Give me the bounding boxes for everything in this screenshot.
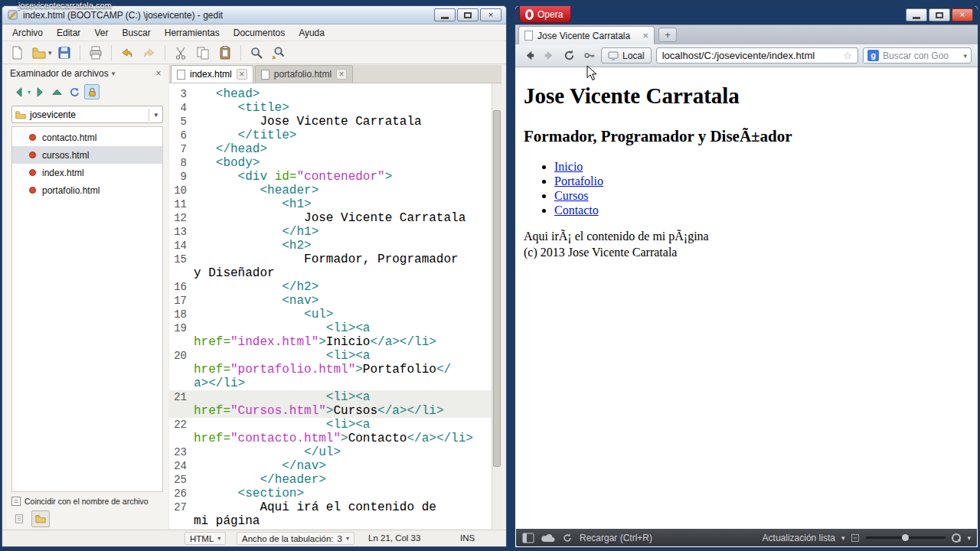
minimize-button[interactable] [906,8,927,21]
tab-close-icon[interactable]: × [237,69,247,80]
paste-button[interactable] [215,43,235,63]
close-button[interactable]: × [480,8,501,21]
save-button[interactable] [54,43,74,63]
back-dropdown-icon[interactable]: ▾ [28,89,31,96]
copy-button[interactable] [193,43,213,63]
update-dropdown-icon[interactable]: ▾ [841,534,845,542]
lock-root-button[interactable] [84,84,100,99]
zoom-magnifier-icon[interactable] [952,533,961,543]
gedit-menubar: ArchivoEditarVerBuscarHerramientasDocume… [2,24,506,41]
minimize-button[interactable] [434,8,456,21]
print-button[interactable] [86,43,106,63]
line-number [169,377,194,390]
editor-scrollbar[interactable] [492,83,501,529]
panel-close-icon[interactable]: × [152,68,165,79]
code-line: href="portafolio.html">Portafolio</ [169,363,492,377]
line-number: 9 [169,170,194,184]
zoom-dropdown-icon[interactable]: ▾ [967,534,971,542]
page-link[interactable]: Portafolio [554,174,603,187]
cut-button[interactable] [171,43,191,63]
page-link[interactable]: Inicio [554,160,583,173]
open-dropdown-icon[interactable]: ▾ [48,49,52,57]
file-browser-pane-tab[interactable] [31,510,50,527]
menu-buscar[interactable]: Buscar [115,25,157,41]
open-button[interactable] [29,43,49,63]
maximize-button[interactable] [457,8,479,21]
reload-status-icon[interactable] [562,533,573,543]
turbo-cloud-icon[interactable] [541,533,555,543]
forward-button[interactable] [541,48,557,64]
menu-archivo[interactable]: Archivo [5,25,50,41]
editor-tab[interactable]: index.html× [171,65,253,83]
location-dropdown-icon[interactable]: ▾ [149,109,159,121]
code-text: <title> [194,101,289,115]
page-link[interactable]: Cursos [554,189,588,202]
code-text: Jose Vicente Carratala [194,211,466,225]
page-heading: Jose Vicente Carratala [524,83,969,109]
menu-editar[interactable]: Editar [50,25,87,41]
line-number: 24 [169,459,194,473]
back-button[interactable] [521,48,537,64]
tab-width-label: Ancho de la tabulación: [242,534,334,543]
location-combobox[interactable]: josevicente ▾ [11,106,163,123]
menu-herramientas[interactable]: Herramientas [158,25,227,41]
page-link[interactable]: Contacto [554,204,599,217]
line-number: 25 [169,473,194,487]
new-document-button[interactable] [7,43,27,63]
panel-title[interactable]: Examinador de archivos [10,68,109,79]
forward-button[interactable] [31,84,47,99]
code-view[interactable]: 3 <head>4 <title>5 Jose Vicente Carratal… [169,83,492,529]
html-file-icon [29,134,36,141]
refresh-button[interactable] [67,84,82,99]
wand-password-icon[interactable] [581,48,596,64]
reload-button[interactable] [561,48,577,64]
scrollbar-thumb[interactable] [493,110,501,467]
security-badge[interactable]: Local [601,47,652,64]
close-button[interactable]: × [952,8,973,21]
file-item[interactable]: portafolio.html [12,181,162,199]
undo-button[interactable] [117,43,137,63]
url-field[interactable]: localhost/C:/josevicente/index.html ☆ [656,47,858,64]
zoom-slider[interactable] [866,536,946,539]
file-item[interactable]: cursos.html [12,146,162,164]
menu-ayuda[interactable]: Ayuda [292,25,332,41]
insert-mode: INS [460,533,475,543]
bookmark-star-icon[interactable]: ☆ [843,50,852,61]
redo-button[interactable] [139,43,159,63]
code-line: 20 <li><a [169,349,492,363]
file-item[interactable]: contacto.html [12,129,162,146]
page-nav-list: InicioPortafolioCursosContacto [534,159,969,217]
editor-tab[interactable]: portafolio.html× [255,65,353,83]
zoom-slider-thumb[interactable] [902,534,909,541]
list-item: Contacto [554,203,969,217]
new-tab-button[interactable]: + [658,28,677,42]
search-replace-button[interactable] [269,43,289,63]
opera-tabbar: Jose Vicente Carratala × + [515,24,978,44]
language-selector[interactable]: HTML▾ [185,532,226,545]
search-engine-dropdown-icon[interactable]: ▾ [963,52,967,60]
menu-ver[interactable]: Ver [87,25,115,41]
documents-pane-tab[interactable] [10,510,28,527]
update-ready-label[interactable]: Actualización lista [763,533,835,543]
file-item[interactable]: index.html [12,164,162,181]
browser-tab[interactable]: Jose Vicente Carratala × [518,26,655,44]
code-text: y Diseñador [194,266,275,280]
list-item: Cursos [554,188,969,203]
fit-width-icon[interactable] [851,533,860,543]
tab-close-icon[interactable]: × [336,69,347,80]
tab-close-icon[interactable]: × [642,30,648,41]
tab-width-selector[interactable]: Ancho de la tabulación: 3▾ [237,532,354,545]
search-field[interactable]: g Buscar con Goo ▾ [863,47,972,64]
maximize-button[interactable] [929,8,950,21]
panels-toggle-icon[interactable] [522,533,534,543]
line-number: 13 [169,225,194,239]
menu-documentos[interactable]: Documentos [227,25,292,41]
code-text: <ul> [194,308,333,321]
code-text: <li><a [194,321,377,335]
search-button[interactable] [247,43,266,63]
up-button[interactable] [49,84,64,99]
back-button[interactable] [11,84,27,99]
opera-menu-button[interactable]: Opera [519,6,571,23]
match-filter-icon[interactable] [11,497,21,506]
panel-dropdown-icon[interactable]: ▾ [112,70,116,77]
